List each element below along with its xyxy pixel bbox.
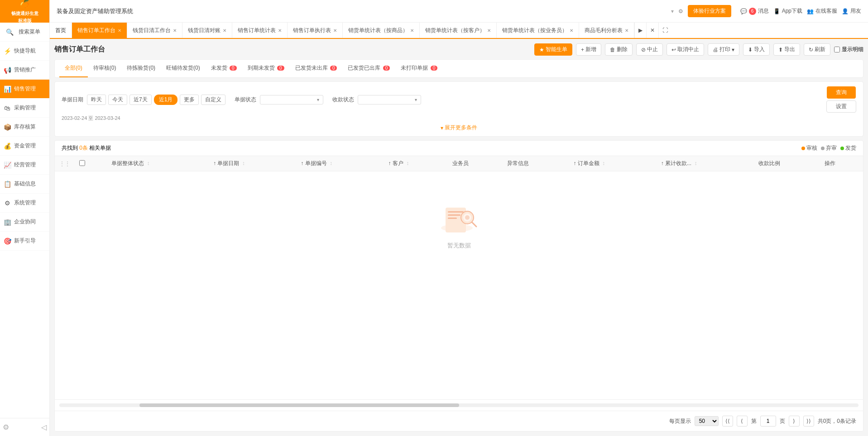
prev-page-button[interactable]: ⟨ [737,416,748,427]
sidebar-item-basic-info[interactable]: 📋 基础信息 [0,175,49,194]
settings-icon[interactable]: ⚙ [3,423,9,431]
delete-button[interactable]: 🗑 删除 [605,43,633,56]
add-button[interactable]: + 新增 [576,43,601,56]
sidebar-item-corp[interactable]: 🏢 企业协同 [0,213,49,232]
tab-sales-workbench[interactable]: 销售订单工作台 ✕ [72,23,127,38]
import-button[interactable]: ⬇ 导入 [743,43,770,56]
filter-tab-pending-review[interactable]: 待审核(0) [88,60,122,77]
tab-gross-margin[interactable]: 商品毛利分析表 ✕ [579,23,634,38]
sidebar-item-operations[interactable]: 📈 经营管理 [0,156,49,175]
horizontal-scrollbar[interactable] [59,403,858,407]
th-customer[interactable]: ↑ 客户 ↕ [384,156,448,171]
page-number-input[interactable] [760,416,776,427]
next-page-button[interactable]: ⟩ [789,416,800,427]
show-details-checkbox[interactable] [834,47,840,52]
tab-home[interactable]: 首页 [50,23,72,38]
smart-generate-button[interactable]: ★ 智能生单 [534,43,572,56]
sidebar-item-inventory[interactable]: 📦 库存核算 [0,118,49,137]
page-size-select[interactable]: 20 50 100 [695,416,719,426]
tab-close-gross-margin[interactable]: ✕ [625,28,628,33]
th-checkbox[interactable] [75,156,107,171]
select-all-checkbox[interactable] [79,160,85,166]
refresh-button[interactable]: ↻ 刷新 [804,43,830,56]
tab-close-sales-stats[interactable]: ✕ [278,28,282,33]
message-button[interactable]: 💬 6 消息 [740,7,769,15]
tab-fullscreen-button[interactable]: ⛶ [658,23,671,38]
filter-tab-shipped-not-out[interactable]: 已发货未出库 0 [290,60,343,77]
th-salesperson[interactable]: 业务员 [448,156,503,171]
filter-tab-shipped-out[interactable]: 已发货已出库 0 [342,60,395,77]
th-collected[interactable]: ↑ 累计收款... ↕ [657,156,754,171]
settings-button[interactable]: 设置 [826,100,856,113]
last-page-button[interactable]: ⟩⟩ [803,416,814,427]
sidebar-item-quick-nav[interactable]: ⚡ 快捷导航 [0,42,49,61]
first-page-button[interactable]: ⟨⟨ [722,416,733,427]
sidebar-label-quick-nav: 快捷导航 [14,47,36,55]
last-month-btn[interactable]: 近1月 [154,95,178,105]
tab-close-summary-product[interactable]: ✕ [410,28,414,33]
tab-cash-reconcile[interactable]: 钱货日清对账 ✕ [182,23,232,38]
yesterday-btn[interactable]: 昨天 [87,95,106,105]
sidebar-item-finance[interactable]: 💰 资金管理 [0,137,49,156]
filter-tab-not-printed[interactable]: 未打印单据 0 [395,60,443,77]
cancel-stop-button[interactable]: ↩ 取消中止 [667,43,704,56]
tab-close-all-button[interactable]: ✕ [646,23,658,38]
filter-tab-not-shipped[interactable]: 未发货 0 [206,60,242,77]
review-button[interactable]: 审核 [801,144,817,152]
filter-tab-expired-not-shipped[interactable]: 到期未发货 0 [242,60,290,77]
payment-select[interactable]: ▾ [358,95,421,104]
more-date-btn[interactable]: 更多 [180,95,199,105]
export-button[interactable]: ⬆ 导出 [773,43,800,56]
tab-more-button[interactable]: ▶ [634,23,646,38]
ship-button[interactable]: 发货 [840,144,856,152]
tab-sales-execution[interactable]: 销售订单执行表 ✕ [288,23,343,38]
th-anomaly[interactable]: 异常信息 [503,156,569,171]
sidebar-item-system[interactable]: ⚙ 系统管理 [0,194,49,213]
tab-close-sales-workbench[interactable]: ✕ [118,28,121,33]
th-number[interactable]: ↑ 单据编号 ↕ [296,156,384,171]
last7days-btn[interactable]: 近7天 [129,95,152,105]
sidebar-item-sales[interactable]: 📊 销售管理 [0,80,49,99]
payment-label: 收款状态 [332,96,354,104]
expand-conditions-button[interactable]: ▾ 展开更多条件 [441,124,477,132]
show-details-label[interactable]: 显示明细 [834,46,863,53]
sidebar-item-marketing[interactable]: 📢 营销推广 [0,61,49,80]
th-amount[interactable]: ↑ 订单金额 ↕ [569,156,656,171]
drag-handle-icon[interactable]: ⋮⋮ [59,161,70,167]
tab-close-summary-customer[interactable]: ✕ [487,28,491,33]
sidebar-item-purchase[interactable]: 🛍 采购管理 [0,99,49,118]
th-ratio[interactable]: 收款比例 [754,156,820,171]
tab-close-cash-daily[interactable]: ✕ [173,28,177,33]
tab-sales-summary-customer[interactable]: 销货单统计表（按客户） ✕ [420,23,497,38]
print-button[interactable]: 🖨 打印 ▾ [708,43,739,56]
user-menu-button[interactable]: 👤 用友 [842,7,861,15]
tab-close-sales-execution[interactable]: ✕ [333,28,337,33]
status-select[interactable]: ▾ [260,95,323,104]
th-date[interactable]: ↑ 单据日期 ↕ [209,156,296,171]
sidebar-item-guide[interactable]: 🎯 新手引导 [0,232,49,251]
sidebar-item-search[interactable]: 🔍 搜索菜单 [0,23,49,42]
online-service-button[interactable]: 👥 在线客服 [807,7,837,15]
scrollbar-thumb[interactable] [139,403,459,407]
custom-date-btn[interactable]: 自定义 [201,95,225,105]
filter-tab-pending-check[interactable]: 待拣验货(0) [121,60,161,77]
dropdown-arrow-icon[interactable]: ▾ [671,8,674,14]
topbar-settings-icon[interactable]: ⚙ [678,8,683,14]
filter-tab-all[interactable]: 全部(0) [59,60,88,77]
tab-close-summary-staff[interactable]: ✕ [570,28,573,33]
collected-sort-up-icon: ↑ [661,160,664,166]
tab-sales-summary-staff[interactable]: 销货单统计表（按业务员） ✕ [497,23,579,38]
collapse-icon[interactable]: ◁ [41,423,47,431]
app-download-button[interactable]: 📱 App下载 [773,7,802,15]
industry-solution-button[interactable]: 体验行业方案 [688,5,731,17]
query-button[interactable]: 查询 [827,86,856,99]
today-btn[interactable]: 今天 [108,95,127,105]
stop-button[interactable]: ⊘ 中止 [636,43,663,56]
tab-cash-daily[interactable]: 钱货日清工作台 ✕ [127,23,182,38]
tab-sales-summary-product[interactable]: 销货单统计表（按商品） ✕ [343,23,420,38]
th-status[interactable]: 单据整体状态 ↕ [107,156,209,171]
filter-tab-wangpu[interactable]: 旺铺待发货(0) [161,60,206,77]
tab-sales-stats[interactable]: 销售订单统计表 ✕ [232,23,288,38]
tab-close-cash-reconcile[interactable]: ✕ [223,28,226,33]
cancel-review-button[interactable]: 弃审 [821,144,837,152]
